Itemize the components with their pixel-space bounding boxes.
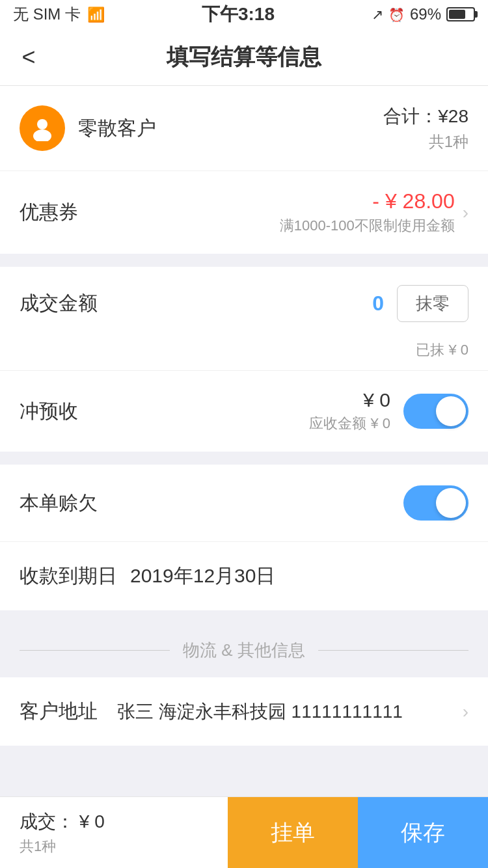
precollect-right: ¥ 0 应收金额 ¥ 0 (309, 389, 468, 433)
chevron-right-icon: › (463, 202, 468, 223)
battery-icon (446, 7, 475, 21)
discount-amount: - ¥ 28.00 (280, 189, 455, 213)
customer-right: 合计：¥28 共1种 (383, 104, 468, 152)
coupon-label: 优惠券 (20, 199, 78, 226)
navigation-icon (372, 5, 383, 23)
back-button[interactable]: < (0, 29, 57, 86)
address-value: 张三 海淀永丰科技园 11111111111 (117, 699, 463, 724)
precollect-row: 冲预收 ¥ 0 应收金额 ¥ 0 (0, 370, 488, 452)
address-label: 客户地址 (20, 698, 98, 725)
duedate-label: 收款到期日 (20, 563, 117, 590)
address-row[interactable]: 客户地址 张三 海淀永丰科技园 11111111111 › (0, 677, 488, 746)
item-count: 共1种 (383, 131, 468, 152)
bottom-info: 成交： ¥ 0 共1种 (0, 809, 228, 856)
customer-name: 零散客户 (78, 115, 156, 142)
coupon-info: - ¥ 28.00 满1000-100不限制使用金额 (280, 189, 455, 236)
customer-section: 零散客户 合计：¥28 共1种 优惠券 - ¥ 28.00 满1000-100不… (0, 86, 488, 254)
status-time: 下午3:18 (202, 2, 275, 27)
precollect-main-amount: ¥ 0 (309, 389, 390, 411)
precollect-sub-amount: 应收金额 ¥ 0 (309, 414, 390, 433)
precollect-label: 冲预收 (20, 398, 78, 425)
bottom-deal-amount: 成交： ¥ 0 (20, 809, 208, 834)
logistics-label: 物流 & 其他信息 (183, 639, 305, 662)
debt-section: 本单赊欠 收款到期日 2019年12月30日 (0, 465, 488, 610)
total-amount: 合计：¥28 (383, 104, 468, 129)
bottom-count: 共1种 (20, 837, 208, 856)
bottom-deal-label: 成交： (20, 811, 74, 832)
coupon-description: 满1000-100不限制使用金额 (280, 216, 455, 236)
precollect-amounts: ¥ 0 应收金额 ¥ 0 (309, 389, 390, 433)
transaction-section: 成交金额 0 抹零 已抹 ¥ 0 冲预收 ¥ 0 应收金额 ¥ 0 (0, 267, 488, 452)
save-button[interactable]: 保存 (358, 797, 488, 869)
divider-1 (0, 254, 488, 267)
svg-point-0 (37, 119, 47, 129)
alarm-icon (388, 5, 405, 23)
toggle-knob (436, 396, 466, 426)
transaction-right: 0 抹零 (358, 285, 468, 322)
nav-bar: < 填写结算等信息 (0, 29, 488, 86)
debt-toggle[interactable] (403, 485, 468, 521)
coupon-right: - ¥ 28.00 满1000-100不限制使用金额 › (280, 189, 468, 236)
divider-2 (0, 452, 488, 465)
coupon-row[interactable]: 优惠券 - ¥ 28.00 满1000-100不限制使用金额 › (0, 170, 488, 254)
address-section: 客户地址 张三 海淀永丰科技园 11111111111 › (0, 677, 488, 746)
duedate-row[interactable]: 收款到期日 2019年12月30日 (0, 541, 488, 610)
battery-percent: 69% (410, 5, 441, 23)
page-title: 填写结算等信息 (167, 42, 321, 72)
precollect-toggle[interactable] (403, 394, 468, 429)
sim-text: 无 SIM 卡 (13, 4, 81, 25)
customer-left: 零散客户 (20, 105, 156, 151)
svg-point-1 (33, 129, 51, 141)
transaction-amount[interactable]: 0 (358, 292, 384, 316)
transaction-sub-text: 已抹 ¥ 0 (0, 340, 488, 370)
customer-row: 零散客户 合计：¥28 共1种 (0, 86, 488, 170)
address-chevron-icon: › (463, 701, 468, 722)
battery-fill (449, 10, 465, 19)
avatar (20, 105, 65, 151)
debt-toggle-knob (436, 488, 466, 518)
bottom-deal-value: ¥ 0 (79, 811, 105, 832)
logistics-divider-line: 物流 & 其他信息 (20, 639, 468, 662)
logistics-section-header: 物流 & 其他信息 (0, 623, 488, 677)
hang-button[interactable]: 挂单 (228, 797, 358, 869)
round-button[interactable]: 抹零 (397, 285, 468, 322)
duedate-value: 2019年12月30日 (130, 563, 275, 590)
status-right: 69% (372, 5, 475, 23)
debt-label: 本单赊欠 (20, 490, 98, 517)
status-bar: 无 SIM 卡 下午3:18 69% (0, 0, 488, 29)
bottom-bar: 成交： ¥ 0 共1种 挂单 保存 (0, 796, 488, 868)
transaction-label: 成交金额 (20, 290, 98, 317)
wifi-icon (87, 5, 105, 23)
status-left: 无 SIM 卡 (13, 4, 105, 25)
transaction-row: 成交金额 0 抹零 (0, 267, 488, 340)
divider-3 (0, 610, 488, 623)
debt-row: 本单赊欠 (0, 465, 488, 541)
